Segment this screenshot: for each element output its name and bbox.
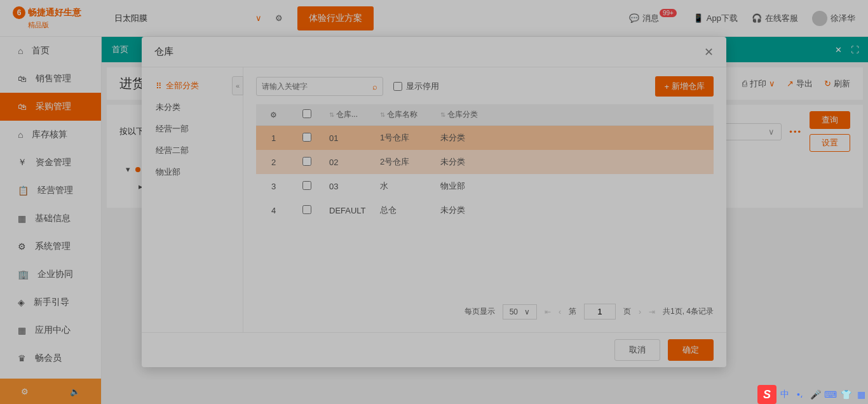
ime-toolbar: S 中 •، 🎤 ⌨ 👕 ▦	[757, 385, 868, 404]
ime-skin-icon[interactable]: 👕	[839, 387, 853, 401]
ime-lang-icon[interactable]: 中	[778, 387, 792, 401]
modal-overlay[interactable]	[0, 0, 868, 404]
ime-logo-icon[interactable]: S	[757, 385, 776, 404]
ime-punct-icon[interactable]: •،	[793, 387, 807, 401]
ime-keyboard-icon[interactable]: ⌨	[824, 387, 837, 401]
ime-mic-icon[interactable]: 🎤	[808, 387, 822, 401]
ime-grid-icon[interactable]: ▦	[854, 387, 868, 401]
